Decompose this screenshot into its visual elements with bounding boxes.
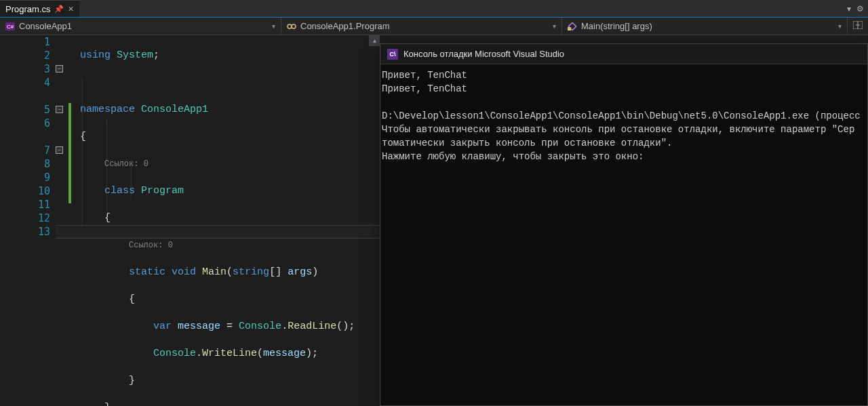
line-gutter: 1 2 3 4 5 6 7 8 9 10 11 12 13 xyxy=(0,35,56,406)
console-titlebar[interactable]: C\ Консоль отладки Microsoft Visual Stud… xyxy=(380,44,867,64)
nav-project[interactable]: C# ConsoleApp1 ▾ xyxy=(0,18,281,35)
line-number: 12 xyxy=(0,211,50,225)
line-number: 5 xyxy=(0,103,50,117)
line-number: 1 xyxy=(0,35,50,49)
debug-console-window[interactable]: C\ Консоль отладки Microsoft Visual Stud… xyxy=(380,43,868,406)
class-icon xyxy=(287,22,296,31)
close-icon[interactable]: ✕ xyxy=(68,5,74,14)
code-editor[interactable]: ▴ 1 2 3 4 5 6 7 8 9 10 11 12 13 − − − xyxy=(0,35,380,406)
chevron-down-icon[interactable]: ▾ xyxy=(847,4,851,14)
split-icon xyxy=(853,21,863,31)
line-number: 3 xyxy=(0,62,50,76)
nav-project-label: ConsoleApp1 xyxy=(19,21,72,31)
code-lens[interactable]: Ссылок: 0 xyxy=(104,159,149,169)
chevron-down-icon: ▾ xyxy=(838,22,842,30)
nav-class-label: ConsoleApp1.Program xyxy=(300,21,390,31)
svg-text:C#: C# xyxy=(7,24,14,30)
line-number: 9 xyxy=(0,171,50,184)
file-tab[interactable]: Program.cs 📌 ✕ xyxy=(0,0,79,17)
svg-point-2 xyxy=(288,24,292,28)
line-number: 4 xyxy=(0,76,50,89)
vs-logo-icon: C\ xyxy=(387,49,398,60)
code-lens[interactable]: Ссылок: 0 xyxy=(129,241,173,250)
line-number: 2 xyxy=(0,49,50,62)
nav-method-label: Main(string[] args) xyxy=(581,21,652,31)
pin-icon[interactable]: 📌 xyxy=(54,5,64,14)
split-view-button[interactable] xyxy=(848,18,868,35)
tab-label: Program.cs xyxy=(5,4,50,14)
console-output: Привет, TenChat Привет, TenChat D:\Devel… xyxy=(380,64,867,167)
nav-class[interactable]: ConsoleApp1.Program ▾ xyxy=(281,18,562,35)
line-number: 11 xyxy=(0,198,50,211)
line-number: 8 xyxy=(0,157,50,171)
fold-toggle[interactable]: − xyxy=(56,65,63,73)
fold-toggle[interactable]: − xyxy=(56,146,63,154)
console-title-text: Консоль отладки Microsoft Visual Studio xyxy=(403,49,564,59)
gear-icon[interactable]: ⚙ xyxy=(856,4,864,14)
change-indicator xyxy=(68,103,71,203)
fold-toggle[interactable]: − xyxy=(56,106,63,113)
scroll-up-button[interactable]: ▴ xyxy=(369,35,380,46)
line-number: 10 xyxy=(0,184,50,198)
nav-bar: C# ConsoleApp1 ▾ ConsoleApp1.Program ▾ M… xyxy=(0,18,868,35)
code-content: using System; namespace ConsoleApp1 { Сс… xyxy=(80,35,355,406)
chevron-down-icon: ▾ xyxy=(272,22,275,30)
line-number: 13 xyxy=(0,225,50,239)
line-number: 6 xyxy=(0,117,50,130)
svg-rect-5 xyxy=(568,27,571,31)
csharp-project-icon: C# xyxy=(5,22,15,31)
svg-point-3 xyxy=(292,24,296,28)
line-number: 7 xyxy=(0,144,50,157)
tab-bar: Program.cs 📌 ✕ ▾ ⚙ xyxy=(0,0,868,18)
chevron-down-icon: ▾ xyxy=(553,22,556,30)
nav-method[interactable]: Main(string[] args) ▾ xyxy=(562,18,848,35)
method-icon xyxy=(568,22,577,31)
